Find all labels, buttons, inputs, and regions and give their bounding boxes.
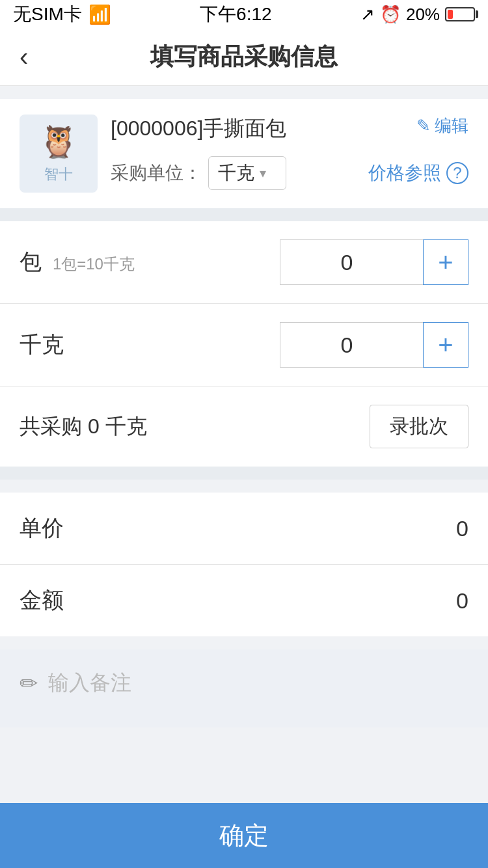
chevron-down-icon: ▾ bbox=[260, 165, 266, 181]
product-card: 🦉 智十 [0000006]手撕面包 采购单位： 千克 ▾ 价格参照 ? ✎ 编… bbox=[0, 99, 488, 208]
batch-button[interactable]: 录批次 bbox=[370, 405, 468, 448]
back-button[interactable]: ‹ bbox=[20, 42, 28, 72]
amount-label: 金额 bbox=[20, 586, 64, 616]
page-title: 填写商品采购信息 bbox=[150, 41, 338, 73]
bag-quantity-input[interactable] bbox=[280, 239, 423, 285]
status-left: 无SIM卡 📶 bbox=[13, 2, 111, 27]
price-section: 单价 0 金额 0 bbox=[0, 493, 488, 636]
product-info: [0000006]手撕面包 采购单位： 千克 ▾ 价格参照 ? bbox=[111, 115, 468, 190]
status-time: 下午6:12 bbox=[200, 2, 272, 27]
bag-label: 包 bbox=[20, 249, 42, 274]
edit-label: 编辑 bbox=[435, 115, 468, 137]
price-ref-button[interactable]: 价格参照 ? bbox=[368, 161, 468, 185]
bag-plus-button[interactable]: + bbox=[423, 239, 468, 285]
nav-bar: ‹ 填写商品采购信息 bbox=[0, 29, 488, 86]
pencil-icon: ✏ bbox=[20, 670, 38, 696]
kg-label: 千克 bbox=[20, 332, 64, 357]
carrier-text: 无SIM卡 bbox=[13, 2, 82, 27]
wifi-icon: 📶 bbox=[88, 4, 111, 25]
product-logo-label: 智十 bbox=[44, 166, 73, 182]
amount-value: 0 bbox=[456, 588, 468, 614]
edit-button[interactable]: ✎ 编辑 bbox=[416, 115, 468, 137]
alarm-icon: ⏰ bbox=[380, 5, 401, 25]
battery-icon bbox=[445, 7, 475, 21]
unit-price-row: 单价 0 bbox=[0, 493, 488, 565]
product-logo-icon: 🦉 bbox=[39, 124, 78, 160]
unit-price-value: 0 bbox=[456, 516, 468, 541]
edit-icon: ✎ bbox=[416, 116, 431, 136]
kg-input-right: + bbox=[280, 322, 468, 368]
amount-row: 金额 0 bbox=[0, 565, 488, 636]
kg-quantity-input[interactable] bbox=[280, 322, 423, 368]
summary-row: 共采购 0 千克 录批次 bbox=[0, 387, 488, 467]
battery-percent: 20% bbox=[406, 5, 440, 25]
kg-label-group: 千克 bbox=[20, 330, 64, 360]
status-bar: 无SIM卡 📶 下午6:12 ↗ ⏰ 20% bbox=[0, 0, 488, 29]
product-unit-left: 采购单位： 千克 ▾ bbox=[111, 156, 286, 190]
separator-1 bbox=[0, 208, 488, 221]
remarks-placeholder: 输入备注 bbox=[48, 669, 131, 698]
unit-value: 千克 bbox=[218, 161, 254, 185]
kg-plus-button[interactable]: + bbox=[423, 322, 468, 368]
product-thumbnail: 🦉 智十 bbox=[20, 115, 98, 193]
bag-label-group: 包 1包=10千克 bbox=[20, 247, 135, 277]
separator-2 bbox=[0, 467, 488, 480]
summary-text: 共采购 0 千克 bbox=[20, 413, 147, 441]
bag-input-row: 包 1包=10千克 + bbox=[0, 221, 488, 304]
bag-input-right: + bbox=[280, 239, 468, 285]
kg-input-row: 千克 + bbox=[0, 304, 488, 387]
status-right: ↗ ⏰ 20% bbox=[360, 5, 475, 25]
unit-price-label: 单价 bbox=[20, 513, 64, 543]
input-section: 包 1包=10千克 + 千克 + bbox=[0, 221, 488, 387]
price-ref-label: 价格参照 bbox=[368, 161, 441, 185]
unit-dropdown[interactable]: 千克 ▾ bbox=[208, 156, 286, 190]
remarks-section[interactable]: ✏ 输入备注 bbox=[0, 649, 488, 727]
question-mark-icon: ? bbox=[446, 162, 468, 184]
location-icon: ↗ bbox=[360, 5, 375, 25]
bag-sublabel: 1包=10千克 bbox=[53, 255, 135, 273]
confirm-button[interactable]: 确定 bbox=[0, 803, 488, 868]
product-full-name: [0000006]手撕面包 bbox=[111, 115, 468, 143]
unit-label: 采购单位： bbox=[111, 161, 202, 185]
